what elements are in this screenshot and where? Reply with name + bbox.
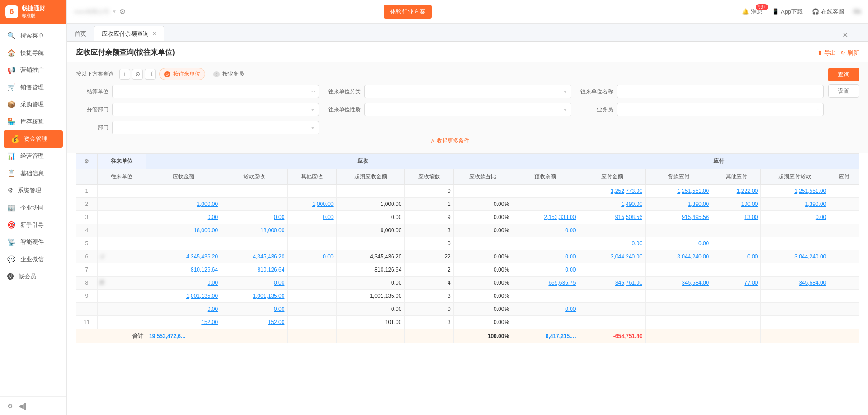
promo-button[interactable]: 体验行业方案 bbox=[384, 5, 432, 19]
window-close-icon[interactable]: ✕ bbox=[842, 31, 848, 39]
table-cell[interactable]: 0.00 bbox=[712, 250, 761, 263]
table-cell[interactable]: 18,000.00 bbox=[146, 224, 221, 237]
unit-nature-input[interactable]: ▼ bbox=[364, 103, 571, 116]
table-cell[interactable]: 100.00 bbox=[712, 198, 761, 211]
sidebar-item-guide[interactable]: 🎯 新手引导 bbox=[0, 216, 66, 234]
sidebar-collapse-btn[interactable]: ◀‖ bbox=[19, 402, 27, 410]
department-input[interactable]: ▼ bbox=[112, 121, 319, 134]
sidebar-footer: ⚙ ◀‖ bbox=[0, 396, 66, 415]
unit-category-input[interactable]: ▼ bbox=[364, 85, 571, 98]
dept-input[interactable]: ▼ bbox=[112, 103, 319, 116]
table-cell[interactable]: 0.00 bbox=[645, 237, 712, 250]
table-cell[interactable]: 0.00 bbox=[761, 211, 829, 224]
table-cell[interactable]: 1,390.00 bbox=[761, 198, 829, 211]
sidebar-item-purchase[interactable]: 📦 采购管理 bbox=[0, 96, 66, 113]
table-cell[interactable]: 0.00 bbox=[512, 250, 579, 263]
table-cell[interactable]: 1,252,773.00 bbox=[579, 185, 645, 198]
table-cell[interactable]: 1,001,135.00 bbox=[146, 290, 221, 303]
table-cell[interactable]: 0.00 bbox=[146, 211, 221, 224]
settings-button[interactable]: 设置 bbox=[828, 84, 859, 98]
jiesuan-unit-input[interactable]: ··· bbox=[112, 85, 319, 98]
app-download-btn[interactable]: 📱 App下载 bbox=[772, 8, 803, 16]
table-cell[interactable]: 0.00 bbox=[288, 211, 336, 224]
table-cell[interactable]: 3,044,240.00 bbox=[645, 250, 712, 263]
table-cell[interactable]: 152.00 bbox=[146, 316, 221, 329]
table-cell: 1 bbox=[405, 198, 453, 211]
sidebar-item-finance[interactable]: 💰 资金管理 bbox=[4, 130, 63, 148]
sidebar-item-sales[interactable]: 🛒 销售管理 bbox=[0, 79, 66, 96]
settings-scheme-btn[interactable]: ⊙ bbox=[132, 69, 143, 80]
collapse-scheme-btn[interactable]: 《 bbox=[145, 69, 156, 80]
table-cell[interactable]: 3,044,240.00 bbox=[579, 250, 645, 263]
table-cell[interactable]: 810,126.64 bbox=[146, 263, 221, 277]
table-cell[interactable]: 1,251,551.00 bbox=[645, 185, 712, 198]
table-cell[interactable]: 915,495.56 bbox=[645, 211, 712, 224]
sidebar-item-inventory[interactable]: 🏪 库存核算 bbox=[0, 113, 66, 130]
table-cell[interactable]: 1,001,135.00 bbox=[221, 290, 288, 303]
table-cell[interactable]: 0.00 bbox=[512, 263, 579, 277]
window-maximize-icon[interactable]: ⛶ bbox=[854, 31, 861, 39]
sidebar-item-operations[interactable]: 📊 经营管理 bbox=[0, 148, 66, 165]
table-cell[interactable]: 0.00 bbox=[288, 250, 336, 263]
table-cell[interactable]: 18,000.00 bbox=[221, 224, 288, 237]
sidebar-item-enterprise[interactable]: 🏢 企业协同 bbox=[0, 199, 66, 216]
refresh-button[interactable]: ↻ 刷新 bbox=[840, 49, 859, 57]
filter-collapse-btn[interactable]: ∧ 收起更多条件 bbox=[76, 134, 824, 148]
topbar-gear-icon[interactable]: ⚙ bbox=[119, 7, 126, 16]
table-cell[interactable]: 1,222.00 bbox=[712, 185, 761, 198]
table-cell[interactable]: 1,000.00 bbox=[146, 198, 221, 211]
table-cell[interactable]: 0.00 bbox=[221, 211, 288, 224]
table-cell[interactable]: 4,345,436.20 bbox=[146, 250, 221, 263]
th-rownum bbox=[76, 169, 98, 185]
table-cell[interactable]: 345,684.00 bbox=[761, 277, 829, 290]
table-cell[interactable]: 810,126.64 bbox=[221, 263, 288, 277]
sidebar-settings-btn[interactable]: ⚙ bbox=[7, 402, 13, 410]
table-cell[interactable]: 0.00 bbox=[221, 303, 288, 316]
sidebar-item-quicknav[interactable]: 🏠 快捷导航 bbox=[0, 44, 66, 62]
footer-prepaid[interactable]: 6,417,215.... bbox=[512, 329, 579, 343]
table-cell[interactable]: 152.00 bbox=[221, 316, 288, 329]
table-cell[interactable]: 1,390.00 bbox=[645, 198, 712, 211]
table-cell[interactable]: 655,636.75 bbox=[512, 277, 579, 290]
table-cell[interactable]: 0.00 bbox=[146, 303, 221, 316]
scheme-by-unit[interactable]: ⊙ 按往来单位 bbox=[159, 68, 205, 80]
table-cell[interactable]: 0.00 bbox=[512, 303, 579, 316]
sidebar-item-hardware[interactable]: 📡 智能硬件 bbox=[0, 234, 66, 251]
table-cell[interactable]: 345,684.00 bbox=[645, 277, 712, 290]
table-cell[interactable]: 1,490.00 bbox=[579, 198, 645, 211]
sidebar-item-system[interactable]: ⚙ 系统管理 bbox=[0, 182, 66, 199]
table-cell[interactable]: 1,251,551.00 bbox=[761, 185, 829, 198]
table-cell[interactable]: 3,044,240.00 bbox=[761, 250, 829, 263]
sidebar-item-marketing[interactable]: 📢 营销推广 bbox=[0, 62, 66, 79]
sidebar-item-wechat[interactable]: 💬 企业微信 bbox=[0, 251, 66, 268]
user-menu[interactable]: Rit bbox=[854, 8, 861, 15]
table-cell[interactable]: 77.00 bbox=[712, 277, 761, 290]
tab-home[interactable]: 首页 bbox=[67, 26, 94, 41]
unit-name-input[interactable] bbox=[617, 85, 824, 98]
table-settings-icon[interactable]: ⚙ bbox=[84, 158, 89, 165]
notification-btn[interactable]: 🔔 消息 99+ bbox=[742, 8, 763, 16]
export-button[interactable]: ⬆ 导出 bbox=[817, 49, 836, 57]
sidebar-item-search[interactable]: 🔍 搜索菜单 bbox=[0, 27, 66, 44]
table-cell[interactable]: 915,508.56 bbox=[579, 211, 645, 224]
salesperson-input[interactable]: ··· bbox=[617, 103, 824, 116]
table-cell[interactable]: 0.00 bbox=[221, 277, 288, 290]
table-cell[interactable]: 0.00 bbox=[512, 224, 579, 237]
table-cell[interactable]: 4,345,436.20 bbox=[221, 250, 288, 263]
scheme-by-salesperson[interactable]: ○ 按业务员 bbox=[209, 68, 249, 80]
table-cell[interactable]: 0.00 bbox=[146, 277, 221, 290]
table-cell bbox=[288, 303, 336, 316]
sidebar-item-member[interactable]: 🅥 畅会员 bbox=[0, 268, 66, 285]
tab-close-icon[interactable]: ✕ bbox=[152, 31, 156, 37]
table-cell[interactable]: 2,153,333.00 bbox=[512, 211, 579, 224]
footer-ar-amount[interactable]: 19,553,472,6... bbox=[146, 329, 221, 343]
table-cell[interactable]: 1,000.00 bbox=[288, 198, 336, 211]
tab-ar-ap[interactable]: 应收应付余额查询 ✕ bbox=[94, 26, 164, 41]
online-service-btn[interactable]: 🎧 在线客服 bbox=[812, 8, 844, 16]
query-button[interactable]: 查询 bbox=[828, 68, 859, 81]
add-scheme-btn[interactable]: + bbox=[119, 69, 130, 80]
table-cell[interactable]: 13.00 bbox=[712, 211, 761, 224]
table-cell[interactable]: 345,761.00 bbox=[579, 277, 645, 290]
sidebar-item-basic[interactable]: 📋 基础信息 bbox=[0, 165, 66, 182]
table-cell[interactable]: 0.00 bbox=[579, 237, 645, 250]
